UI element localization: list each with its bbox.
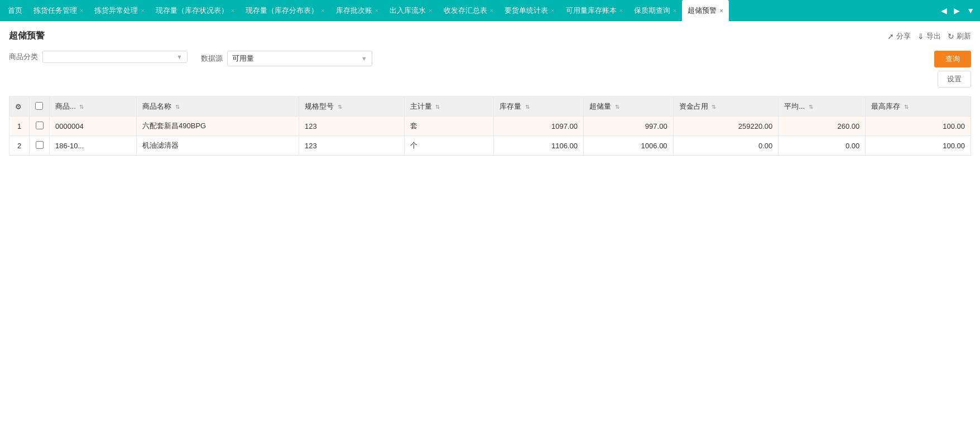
top-nav: 首页 拣货任务管理 × 拣货异常处理 × 现存量（库存状况表） × 现存量（库存…	[0, 0, 980, 21]
th-name[interactable]: 商品名称 ⇅	[137, 97, 299, 117]
nav-tab-5[interactable]: 出入库流水 ×	[384, 0, 438, 21]
gear-icon: ⚙	[15, 103, 22, 111]
setting-button[interactable]: 设置	[938, 71, 971, 88]
row-max-1: 100.00	[866, 136, 971, 156]
row-avg-0: 260.00	[779, 117, 866, 136]
nav-tab-2[interactable]: 现存量（库存状况表） ×	[150, 0, 240, 21]
export-icon: ⇓	[917, 32, 924, 41]
nav-home[interactable]: 首页	[2, 0, 28, 21]
sort-stock-icon: ⇅	[525, 104, 530, 110]
category-filter-group: 商品分类 ▼	[9, 51, 188, 63]
category-select[interactable]: ▼	[42, 51, 188, 63]
datasource-filter-group: 数据源 可用量 ▼	[201, 51, 372, 66]
action-buttons: 查询 设置	[934, 51, 971, 88]
row-checkbox-1[interactable]	[36, 141, 44, 149]
sort-overstock-icon: ⇅	[615, 104, 619, 110]
nav-tab-0-label: 拣货任务管理	[33, 6, 77, 16]
th-gear[interactable]: ⚙	[9, 97, 30, 117]
row-num-1: 2	[9, 136, 30, 156]
table-header-row: ⚙ 商品... ⇅ 商品名称 ⇅ 规格型号 ⇅ 主计量	[9, 97, 971, 117]
th-unit[interactable]: 主计量 ⇅	[404, 97, 494, 117]
th-checkbox[interactable]	[30, 97, 50, 117]
nav-tab-6-label: 收发存汇总表	[444, 6, 487, 16]
table-row: 2 186-10... 机油滤清器 123 个 1106.00 1006.00 …	[9, 136, 971, 156]
nav-tab-3[interactable]: 现存量（库存分布表） ×	[240, 0, 330, 21]
nav-tab-7-close[interactable]: ×	[551, 7, 554, 14]
th-overstock[interactable]: 超储量 ⇅	[583, 97, 673, 117]
th-stock[interactable]: 库存量 ⇅	[494, 97, 584, 117]
nav-tab-0-close[interactable]: ×	[80, 7, 83, 14]
sort-code-icon: ⇅	[79, 104, 84, 110]
th-max[interactable]: 最高库存 ⇅	[866, 97, 971, 117]
page-header: 超储预警 ➚ 分享 ⇓ 导出 ↻ 刷新	[9, 30, 971, 42]
row-code-0: 0000004	[50, 117, 137, 136]
refresh-icon: ↻	[948, 32, 954, 41]
query-button[interactable]: 查询	[934, 51, 971, 67]
nav-tab-10[interactable]: 超储预警 ×	[682, 0, 728, 21]
th-spec[interactable]: 规格型号 ⇅	[299, 97, 405, 117]
nav-tab-0[interactable]: 拣货任务管理 ×	[28, 0, 89, 21]
share-button[interactable]: ➚ 分享	[887, 31, 911, 41]
category-chevron-icon: ▼	[176, 54, 182, 60]
th-avg[interactable]: 平均... ⇅	[779, 97, 866, 117]
nav-tab-2-close[interactable]: ×	[231, 7, 234, 14]
datasource-chevron-icon: ▼	[361, 55, 367, 62]
nav-tab-1-label: 拣货异常处理	[94, 6, 138, 16]
nav-tab-9[interactable]: 保质期查询 ×	[628, 0, 682, 21]
nav-tab-7[interactable]: 要货单统计表 ×	[499, 0, 560, 21]
sort-avg-icon: ⇅	[809, 104, 813, 110]
datasource-value: 可用量	[232, 54, 254, 64]
nav-tab-10-close[interactable]: ×	[719, 7, 723, 14]
share-label: 分享	[896, 31, 911, 41]
export-label: 导出	[926, 31, 941, 41]
row-capital-1: 0.00	[673, 136, 779, 156]
row-capital-0: 259220.00	[673, 117, 779, 136]
nav-tab-6-close[interactable]: ×	[490, 7, 493, 14]
page-title: 超储预警	[9, 30, 45, 42]
row-unit-0: 套	[404, 117, 494, 136]
row-stock-0: 1097.00	[494, 117, 584, 136]
sort-max-icon: ⇅	[904, 104, 909, 110]
nav-tab-1[interactable]: 拣货异常处理 ×	[89, 0, 150, 21]
refresh-label: 刷新	[957, 31, 971, 41]
nav-arrows: ◀ ▶ ▼	[938, 0, 978, 21]
nav-next-button[interactable]: ▶	[950, 0, 963, 21]
nav-tab-9-label: 保质期查询	[634, 6, 670, 16]
data-table: ⚙ 商品... ⇅ 商品名称 ⇅ 规格型号 ⇅ 主计量	[9, 96, 971, 156]
page-content: 超储预警 ➚ 分享 ⇓ 导出 ↻ 刷新 商品分类 ▼ 数据源	[0, 21, 980, 446]
refresh-button[interactable]: ↻ 刷新	[948, 31, 971, 41]
nav-tab-1-close[interactable]: ×	[141, 7, 144, 14]
nav-tab-6[interactable]: 收发存汇总表 ×	[438, 0, 499, 21]
datasource-label: 数据源	[201, 54, 223, 64]
export-button[interactable]: ⇓ 导出	[917, 31, 941, 41]
sort-spec-icon: ⇅	[338, 104, 342, 110]
row-checkbox-cell-1[interactable]	[30, 136, 50, 156]
row-avg-1: 0.00	[779, 136, 866, 156]
row-name-0: 六配套新昌490BPG	[137, 117, 299, 136]
nav-more-button[interactable]: ▼	[963, 0, 978, 21]
sort-capital-icon: ⇅	[712, 104, 716, 110]
nav-tab-4-label: 库存批次账	[336, 6, 372, 16]
nav-tab-3-close[interactable]: ×	[321, 7, 324, 14]
nav-tab-9-close[interactable]: ×	[673, 7, 676, 14]
row-checkbox-0[interactable]	[36, 122, 44, 129]
nav-tab-4-close[interactable]: ×	[375, 7, 378, 14]
nav-tab-5-close[interactable]: ×	[429, 7, 432, 14]
category-label: 商品分类	[9, 52, 38, 62]
nav-tab-8-label: 可用量库存账本	[566, 6, 617, 16]
th-code[interactable]: 商品... ⇅	[50, 97, 137, 117]
nav-tab-8-close[interactable]: ×	[619, 7, 623, 14]
row-max-0: 100.00	[866, 117, 971, 136]
nav-tab-5-label: 出入库流水	[390, 6, 426, 16]
header-actions: ➚ 分享 ⇓ 导出 ↻ 刷新	[887, 31, 971, 41]
datasource-select[interactable]: 可用量 ▼	[227, 51, 372, 66]
nav-prev-button[interactable]: ◀	[938, 0, 950, 21]
nav-tab-4[interactable]: 库存批次账 ×	[330, 0, 384, 21]
share-icon: ➚	[887, 32, 894, 41]
select-all-checkbox[interactable]	[35, 102, 43, 110]
row-stock-1: 1106.00	[494, 136, 584, 156]
row-checkbox-cell-0[interactable]	[30, 117, 50, 136]
th-capital[interactable]: 资金占用 ⇅	[673, 97, 779, 117]
nav-tab-8[interactable]: 可用量库存账本 ×	[560, 0, 628, 21]
row-overstock-0: 997.00	[583, 117, 673, 136]
